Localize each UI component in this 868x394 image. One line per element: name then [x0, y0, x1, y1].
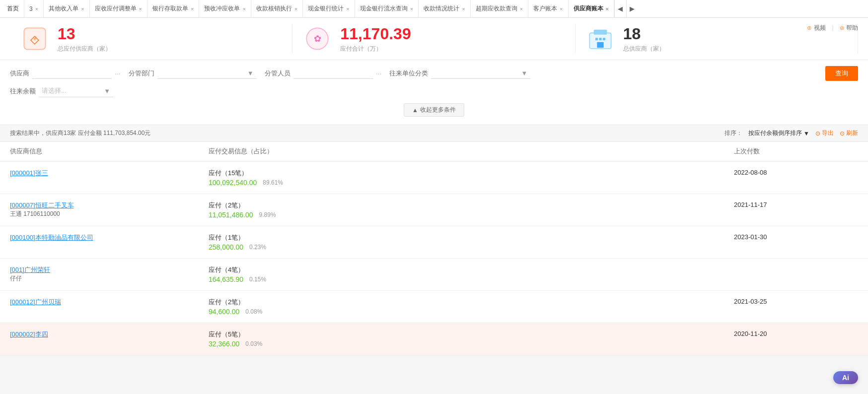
table-row[interactable]: [000007]恒旺二手叉车 王通 17106110000 应付（2笔） 11,…: [0, 194, 868, 226]
nav-tab-cash-flow-label: 现金银行流水查询: [360, 4, 408, 13]
lastpay-6: 2020-11-20: [734, 330, 858, 337]
category-chevron-icon: ▼: [521, 69, 527, 77]
stat-info-2: 11,170.39 应付合计（万）: [340, 24, 411, 53]
supplier-info-5: [000012]广州贝瑞: [10, 298, 209, 307]
search-button[interactable]: 查询: [825, 66, 858, 81]
header-actions: ⊙ 视频 ｜ ⊙ 帮助: [807, 24, 858, 32]
svg-rect-8: [599, 38, 601, 40]
top-navigation: 首页 3 × 其他收入单 × 应收应付调整单 × 银行存取款单 × 预收冲应收单…: [0, 0, 868, 18]
trans-amount-5: 94,600.00: [209, 308, 239, 316]
collapse-button[interactable]: ▲ 收起更多条件: [404, 103, 464, 117]
transaction-info-5: 应付（2笔） 94,600.00 0.08%: [209, 298, 734, 316]
table-header: 供应商信息 应付交易信息（占比） 上次付数: [0, 142, 868, 162]
video-link[interactable]: ⊙ 视频: [807, 24, 825, 32]
supplier-filter-label: 供应商: [10, 69, 29, 78]
nav-tab-3-close[interactable]: ×: [35, 6, 38, 12]
col-header-transaction: 应付交易信息（占比）: [209, 147, 734, 156]
supplier-input[interactable]: [32, 68, 112, 79]
stat-label-payable-suppliers: 总应付供应商（家）: [58, 45, 111, 53]
trans-percent-2: 9.89%: [259, 211, 276, 218]
nav-tab-cash-flow-close[interactable]: ×: [410, 6, 413, 12]
refresh-button[interactable]: ⊙ 刷新: [840, 129, 858, 137]
nav-tab-supplier-ledger-label: 供应商账本: [574, 4, 603, 13]
nav-tab-collection[interactable]: 收款核销执行 ×: [251, 0, 303, 18]
transaction-info-1: 应付（15笔） 100,092,540.00 89.61%: [209, 169, 734, 187]
circle-icon-help: ⊙: [840, 24, 845, 31]
nav-tab-bank-deposit[interactable]: 银行存取款单 ×: [147, 0, 199, 18]
supplier-info-3: [000100]本特勤油品有限公司: [10, 233, 209, 242]
table-row[interactable]: [000012]广州贝瑞 应付（2笔） 94,600.00 0.08% 2021…: [0, 291, 868, 323]
supplier-link-5[interactable]: [000012]广州贝瑞: [10, 298, 209, 307]
supplier-link-4[interactable]: [001]广州荣轩: [10, 265, 209, 274]
nav-tab-collection-stat[interactable]: 收款情况统计 ×: [419, 0, 470, 18]
nav-tab-3[interactable]: 3 ×: [24, 0, 44, 18]
nav-tab-prepay[interactable]: 预收冲应收单 ×: [199, 0, 251, 18]
svg-text:✿: ✿: [314, 33, 321, 44]
nav-tab-home[interactable]: 首页: [2, 0, 24, 18]
supplier-link-6[interactable]: [000002]李四: [10, 330, 209, 339]
nav-tab-supplier-ledger[interactable]: 供应商账本 ×: [569, 0, 614, 18]
supplier-link-1[interactable]: [000001]张三: [10, 169, 209, 178]
last-pay-date-3: 2023-01-30: [734, 233, 767, 241]
nav-tab-collection-stat-close[interactable]: ×: [462, 6, 465, 12]
last-pay-date-1: 2022-08-08: [734, 169, 767, 176]
nav-tab-cash-bank-stat[interactable]: 现金银行统计 ×: [303, 0, 355, 18]
filter-item-balance: 往来余额 请选择... ▼: [10, 85, 113, 97]
balance-chevron-icon: ▼: [104, 87, 110, 95]
nav-tab-overdue[interactable]: 超期应收款查询 ×: [471, 0, 528, 18]
table-row[interactable]: [001]广州荣轩 仔仔 应付（4笔） 164,635.90 0.15%: [0, 259, 868, 291]
sort-value: 按应付余额倒序排序: [748, 129, 802, 137]
trans-label-4: 应付（4笔）: [209, 265, 734, 274]
sort-area: 排序： 按应付余额倒序排序 ▼ ⊙ 导出 ⊙ 刷新: [724, 129, 858, 137]
nav-tab-collection-stat-label: 收款情况统计: [424, 4, 459, 13]
nav-tab-bank-deposit-close[interactable]: ×: [191, 6, 194, 12]
supplier-sub-4: 仔仔: [10, 275, 22, 282]
export-button[interactable]: ⊙ 导出: [815, 129, 834, 137]
last-pay-date-2: 2021-11-17: [734, 201, 767, 208]
table-row[interactable]: [000002]李四 应付（5笔） 32,366.00 0.03% 2020-1…: [0, 323, 868, 355]
nav-tab-supplier-ledger-close[interactable]: ×: [606, 6, 609, 12]
transaction-info-3: 应付（1笔） 258,000.00 0.23%: [209, 233, 734, 251]
filter-item-supplier: 供应商 ···: [10, 68, 121, 79]
lastpay-3: 2023-01-30: [734, 233, 858, 241]
balance-placeholder: 请选择...: [42, 86, 102, 95]
table-row[interactable]: [000100]本特勤油品有限公司 应付（1笔） 258,000.00 0.23…: [0, 226, 868, 259]
nav-prev-arrow[interactable]: ◀: [614, 0, 626, 18]
nav-tab-cash-bank-stat-close[interactable]: ×: [346, 6, 349, 12]
nav-tab-other-income-close[interactable]: ×: [81, 6, 84, 12]
nav-tab-other-income[interactable]: 其他收入单 ×: [44, 0, 89, 18]
filter-item-dept: 分管部门 ▼: [129, 68, 257, 79]
nav-tab-3-label: 3: [29, 5, 33, 12]
help-link[interactable]: ⊙ 帮助: [840, 24, 858, 32]
sort-select[interactable]: 按应付余额倒序排序 ▼: [748, 129, 809, 137]
nav-next-arrow[interactable]: ▶: [626, 0, 638, 18]
nav-tab-customer-ledger[interactable]: 客户账本 ×: [528, 0, 568, 18]
table-row[interactable]: [000001]张三 应付（15笔） 100,092,540.00 89.61%…: [0, 162, 868, 194]
nav-tab-overdue-close[interactable]: ×: [520, 6, 523, 12]
nav-tab-customer-ledger-close[interactable]: ×: [560, 6, 563, 12]
person-input[interactable]: [293, 68, 373, 79]
nav-tab-prepay-label: 预收冲应收单: [204, 4, 240, 13]
nav-tab-collection-close[interactable]: ×: [294, 6, 297, 12]
person-dots[interactable]: ···: [376, 69, 382, 77]
dept-chevron-icon: ▼: [247, 69, 254, 77]
supplier-link-2[interactable]: [000007]恒旺二手叉车: [10, 201, 209, 210]
trans-percent-4: 0.15%: [249, 276, 266, 283]
balance-select[interactable]: 请选择... ▼: [39, 85, 113, 97]
nav-tab-prepay-close[interactable]: ×: [242, 6, 245, 12]
stat-label-payable-total: 应付合计（万）: [340, 45, 411, 53]
nav-tab-overdue-label: 超期应收款查询: [476, 4, 517, 13]
export-label: 导出: [822, 129, 834, 137]
export-circle-icon: ⊙: [815, 130, 820, 137]
dept-select[interactable]: ▼: [157, 68, 257, 79]
supplier-dots[interactable]: ···: [115, 69, 121, 77]
stat-number-total-suppliers: 18: [623, 24, 665, 43]
nav-tab-ar-ap-adjust[interactable]: 应收应付调整单 ×: [90, 0, 147, 18]
supplier-link-3[interactable]: [000100]本特勤油品有限公司: [10, 233, 209, 242]
trans-label-5: 应付（2笔）: [209, 298, 734, 307]
category-select[interactable]: ▼: [431, 68, 530, 79]
col-header-supplier: 供应商信息: [10, 147, 209, 156]
nav-tab-ar-ap-adjust-close[interactable]: ×: [139, 6, 142, 12]
nav-tab-cash-flow[interactable]: 现金银行流水查询 ×: [355, 0, 419, 18]
filter-item-category: 往来单位分类 ▼: [389, 68, 530, 79]
